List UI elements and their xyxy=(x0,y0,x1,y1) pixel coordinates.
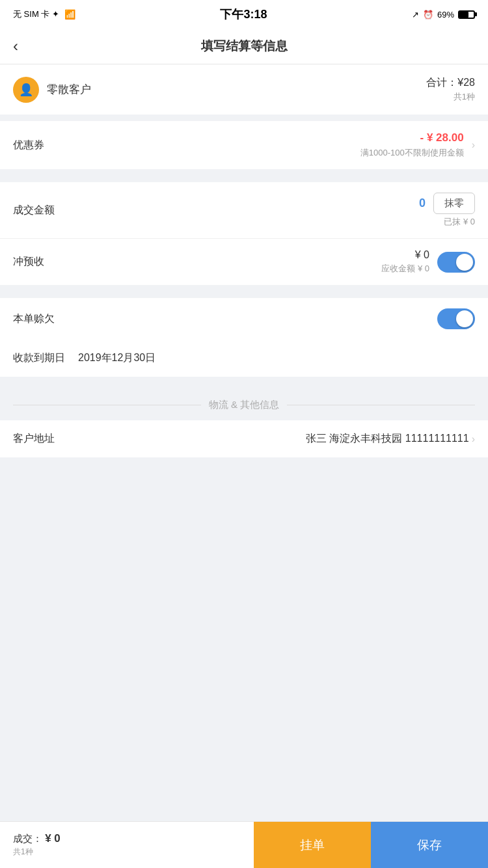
empty-area xyxy=(0,464,488,568)
logistics-title: 物流 & 其他信息 xyxy=(209,399,279,411)
avatar-icon: 👤 xyxy=(19,83,33,97)
bottom-summary: 成交： ¥ 0 共1种 xyxy=(0,832,254,858)
status-time: 下午3:18 xyxy=(220,7,267,22)
address-right: 张三 海淀永丰科技园 11111111111 › xyxy=(295,432,475,446)
status-left: 无 SIM 卡 ✦ 📶 xyxy=(13,8,75,20)
debt-toggle-knob xyxy=(456,310,473,327)
pending-label: 挂单 xyxy=(300,837,325,854)
nav-bar: ‹ 填写结算等信息 xyxy=(0,29,488,64)
amount-card: 成交金额 0 抹零 已抹 ¥ 0 冲预收 ¥ 0 应收金额 ¥ 0 xyxy=(0,182,488,285)
coupon-card[interactable]: 优惠券 - ¥ 28.00 满1000-100不限制使用金额 › xyxy=(0,121,488,169)
debt-toggle[interactable] xyxy=(437,308,475,329)
coupon-label: 优惠券 xyxy=(13,139,44,152)
logistics-header: 物流 & 其他信息 xyxy=(0,390,488,420)
status-right: ↗ ⏰ 69% xyxy=(412,10,475,20)
main-content: 👤 零散客户 合计：¥28 共1种 优惠券 - ¥ 28.00 满1000-10… xyxy=(0,64,488,568)
debt-label: 本单赊欠 xyxy=(13,312,55,326)
customer-right: 合计：¥28 共1种 xyxy=(426,76,475,103)
amount-row: 成交金额 0 抹零 已抹 ¥ 0 xyxy=(0,182,488,238)
deal-amount: ¥ 0 xyxy=(45,832,61,845)
battery-percent: 69% xyxy=(437,10,454,20)
bottom-count: 共1种 xyxy=(13,847,241,858)
debt-right xyxy=(437,308,475,329)
advance-toggle[interactable] xyxy=(437,252,475,273)
status-bar: 无 SIM 卡 ✦ 📶 下午3:18 ↗ ⏰ 69% xyxy=(0,0,488,29)
customer-card: 👤 零散客户 合计：¥28 共1种 xyxy=(0,64,488,115)
bottom-deal: 成交： ¥ 0 xyxy=(13,832,241,845)
separator-1 xyxy=(0,176,488,182)
customer-total: 合计：¥28 xyxy=(426,76,475,90)
sim-status: 无 SIM 卡 ✦ xyxy=(13,8,59,20)
amount-right: 0 抹零 已抹 ¥ 0 xyxy=(419,193,475,228)
address-row[interactable]: 客户地址 张三 海淀永丰科技园 11111111111 › xyxy=(0,420,488,457)
amount-sub: 已抹 ¥ 0 xyxy=(419,216,475,228)
due-date-value[interactable]: 2019年12月30日 xyxy=(78,351,156,365)
address-label: 客户地址 xyxy=(13,432,55,446)
advance-row: 冲预收 ¥ 0 应收金额 ¥ 0 xyxy=(0,238,488,285)
customer-left: 👤 零散客户 xyxy=(13,77,91,103)
battery-icon xyxy=(458,10,475,19)
address-card[interactable]: 客户地址 张三 海淀永丰科技园 11111111111 › xyxy=(0,420,488,457)
toggle-knob xyxy=(456,254,473,271)
customer-name: 零散客户 xyxy=(47,82,91,97)
coupon-row[interactable]: 优惠券 - ¥ 28.00 满1000-100不限制使用金额 › xyxy=(0,121,488,169)
save-button[interactable]: 保存 xyxy=(371,822,488,869)
debt-card: 本单赊欠 收款到期日 2019年12月30日 xyxy=(0,298,488,377)
address-chevron-icon: › xyxy=(472,433,475,445)
advance-right: ¥ 0 应收金额 ¥ 0 xyxy=(381,249,475,275)
separator-2 xyxy=(0,292,488,298)
deal-label: 成交： xyxy=(13,833,42,844)
avatar: 👤 xyxy=(13,77,39,103)
due-date-label: 收款到期日 xyxy=(13,351,65,365)
advance-label: 冲预收 xyxy=(13,255,44,269)
coupon-value: - ¥ 28.00 xyxy=(360,131,464,144)
advance-sub: 应收金额 ¥ 0 xyxy=(381,263,429,275)
save-label: 保存 xyxy=(417,837,442,854)
debt-row: 本单赊欠 xyxy=(0,298,488,340)
amount-value[interactable]: 0 xyxy=(419,197,426,210)
customer-count: 共1种 xyxy=(426,91,475,103)
coupon-chevron-icon: › xyxy=(472,139,475,151)
amount-input-wrap: 0 抹零 xyxy=(419,193,475,214)
round-zero-button[interactable]: 抹零 xyxy=(433,193,475,214)
alarm-icon: ⏰ xyxy=(423,10,433,20)
separator-3 xyxy=(0,383,488,390)
page-title: 填写结算等信息 xyxy=(201,38,288,55)
pending-button[interactable]: 挂单 xyxy=(254,822,371,869)
coupon-right: - ¥ 28.00 满1000-100不限制使用金额 › xyxy=(360,131,475,159)
amount-label: 成交金额 xyxy=(13,204,55,217)
due-date-row: 收款到期日 2019年12月30日 xyxy=(0,340,488,377)
customer-row: 👤 零散客户 合计：¥28 共1种 xyxy=(0,64,488,115)
back-button[interactable]: ‹ xyxy=(13,37,18,55)
coupon-desc: 满1000-100不限制使用金额 xyxy=(360,147,464,159)
bottom-bar: 成交： ¥ 0 共1种 挂单 保存 xyxy=(0,821,488,868)
address-value: 张三 海淀永丰科技园 11111111111 xyxy=(306,432,469,446)
wifi-icon: 📶 xyxy=(64,9,75,20)
advance-value: ¥ 0 xyxy=(381,249,429,261)
location-icon: ↗ xyxy=(412,10,419,20)
